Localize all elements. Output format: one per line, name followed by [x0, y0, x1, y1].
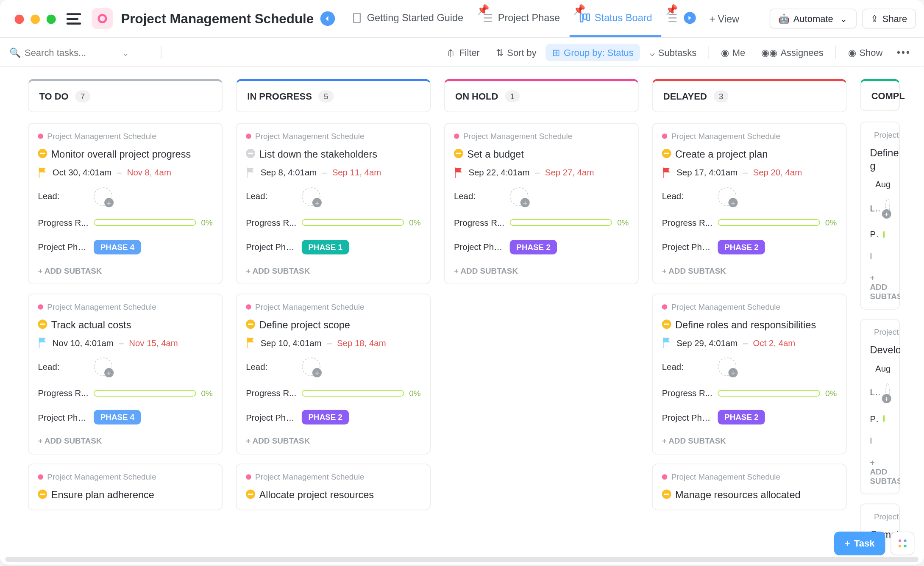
progress-row: Progress R... — [870, 227, 890, 242]
filter-button[interactable]: ⫛Filter — [440, 44, 487, 61]
lead-row: Lead: — [38, 355, 212, 378]
tab-project-phase[interactable]: 📌 Project Phase — [473, 0, 569, 37]
task-card[interactable]: Project Management Schedule Set a budget… — [444, 123, 638, 284]
apps-icon — [897, 538, 908, 549]
column-header[interactable]: ON HOLD 1 — [444, 79, 638, 112]
add-assignee-icon[interactable] — [302, 358, 320, 376]
menu-icon[interactable] — [67, 10, 84, 28]
breadcrumb: Project Management Schedule — [246, 131, 420, 141]
flag-icon — [38, 338, 47, 348]
column-header[interactable]: IN PROGRESS 5 — [236, 79, 431, 112]
card-dates: Sep 29, 4:01am –Oct 2, 4am — [662, 338, 837, 348]
task-card[interactable]: Project Management Schedule Monitor over… — [28, 123, 223, 284]
lead-row: Lead: — [662, 355, 837, 378]
column-header[interactable]: COMPL — [860, 79, 900, 111]
column-delayed: DELAYED 3 Project Management Schedule Cr… — [652, 79, 846, 542]
new-task-button[interactable]: + Task — [834, 531, 885, 555]
task-card[interactable]: Project Define g Aug Lead: Progress R...… — [860, 122, 900, 310]
task-card[interactable]: Project Management Schedule Ensure plan … — [28, 463, 223, 510]
start-date: Sep 10, 4:01am — [261, 338, 322, 348]
more-icon[interactable] — [892, 51, 914, 53]
svg-rect-0 — [353, 13, 360, 22]
task-card[interactable]: Project Management Schedule Create a pro… — [652, 123, 846, 284]
nav-back-icon[interactable] — [320, 11, 335, 26]
phase-badge — [877, 438, 890, 443]
add-subtask-button[interactable]: + ADD SUBTASK — [38, 434, 212, 446]
next-tab-icon[interactable] — [684, 11, 696, 23]
search-input[interactable] — [25, 47, 118, 58]
me-button[interactable]: ◉Me — [714, 44, 752, 61]
page-title: Project Management Schedule — [121, 11, 314, 26]
progress-row: Progress R...0% — [246, 385, 420, 400]
task-card[interactable]: Project Management Schedule Allocate pro… — [236, 463, 431, 510]
breadcrumb: Project — [870, 327, 890, 337]
add-subtask-button[interactable]: + ADD SUBTASK — [662, 264, 837, 275]
add-assignee-icon[interactable] — [718, 358, 736, 376]
start-date: Sep 8, 4:01am — [261, 167, 317, 178]
add-subtask-button[interactable]: + ADD SUBTASK — [662, 434, 837, 446]
add-assignee-icon[interactable] — [885, 199, 890, 217]
column-title: COMPL — [871, 90, 905, 101]
add-subtask-button[interactable]: + ADD SUBTASK — [246, 434, 420, 446]
project-icon — [92, 8, 113, 29]
horizontal-scrollbar[interactable] — [6, 557, 918, 562]
add-assignee-icon[interactable] — [302, 187, 320, 205]
lead-row: Lead: — [454, 184, 629, 208]
add-assignee-icon[interactable] — [718, 187, 736, 205]
apps-button[interactable] — [891, 531, 914, 555]
lead-row: Lead: — [870, 380, 890, 404]
column-header[interactable]: DELAYED 3 — [652, 79, 846, 112]
tab-more[interactable]: 📌 — [662, 0, 701, 37]
progress-row: Progress R...0% — [38, 385, 212, 400]
subtasks-button[interactable]: ⌵Subtasks — [643, 44, 703, 61]
tab-getting-started[interactable]: Getting Started Guide — [342, 0, 473, 37]
task-card[interactable]: Project Management Schedule Manage resou… — [652, 463, 846, 510]
tab-status-board[interactable]: 📌 Status Board — [569, 0, 662, 37]
flag-icon — [454, 167, 463, 178]
crumb-dot-icon — [246, 474, 251, 480]
add-assignee-icon[interactable] — [94, 187, 112, 205]
add-view-button[interactable]: + View — [701, 0, 747, 37]
status-icon — [246, 319, 255, 328]
filter-icon: ⫛ — [446, 47, 456, 58]
progress-value: 0% — [617, 218, 629, 227]
breadcrumb: Project Management Schedule — [38, 131, 212, 141]
task-card[interactable]: Project Develop Aug Lead: Progress R... … — [860, 319, 900, 494]
card-dates: Sep 22, 4:01am –Sep 27, 4am — [454, 167, 629, 178]
progress-bar — [718, 390, 820, 397]
search-wrap: 🔍 ⌄ — [9, 47, 156, 58]
add-subtask-button[interactable]: + ADD SUBTASK — [870, 455, 890, 485]
share-button[interactable]: ⇪ Share — [862, 8, 916, 28]
svg-point-4 — [899, 539, 901, 542]
task-card[interactable]: Project Management Schedule Define roles… — [652, 293, 846, 454]
column-header[interactable]: TO DO 7 — [28, 79, 223, 112]
add-assignee-icon[interactable] — [510, 187, 529, 205]
task-btn-label: Task — [854, 538, 874, 549]
add-assignee-icon[interactable] — [94, 358, 112, 376]
show-button[interactable]: ◉Show — [841, 44, 889, 61]
groupby-button[interactable]: ⊞Group by: Status — [546, 44, 640, 61]
lead-row: Lead: — [662, 184, 837, 208]
progress-row: Progress R...0% — [662, 215, 837, 230]
window-minimize[interactable] — [31, 14, 40, 24]
add-subtask-button[interactable]: + ADD SUBTASK — [246, 264, 420, 275]
task-card[interactable]: Project Management Schedule Define proje… — [236, 293, 431, 454]
add-subtask-button[interactable]: + ADD SUBTASK — [38, 264, 212, 275]
window-close[interactable] — [14, 14, 24, 24]
add-assignee-icon[interactable] — [885, 383, 890, 402]
task-card[interactable]: Project Management Schedule Track actual… — [28, 293, 223, 454]
assignees-button[interactable]: ◉◉Assignees — [754, 44, 830, 61]
window-maximize[interactable] — [47, 14, 56, 24]
start-date: Aug — [875, 179, 891, 189]
progress-bar — [94, 219, 196, 226]
automate-button[interactable]: 🤖 Automate ⌄ — [769, 8, 856, 28]
status-icon — [246, 149, 255, 158]
sort-button[interactable]: ⇅Sort by — [489, 44, 543, 61]
lead-row: Lead: — [246, 184, 420, 208]
breadcrumb: Project Management Schedule — [662, 131, 837, 141]
card-title: Develop — [870, 344, 890, 357]
add-subtask-button[interactable]: + ADD SUBTASK — [454, 264, 629, 275]
add-subtask-button[interactable]: + ADD SUBTASK — [870, 270, 890, 301]
task-card[interactable]: Project Management Schedule List down th… — [236, 123, 431, 284]
chevron-down-icon[interactable]: ⌄ — [122, 47, 130, 58]
